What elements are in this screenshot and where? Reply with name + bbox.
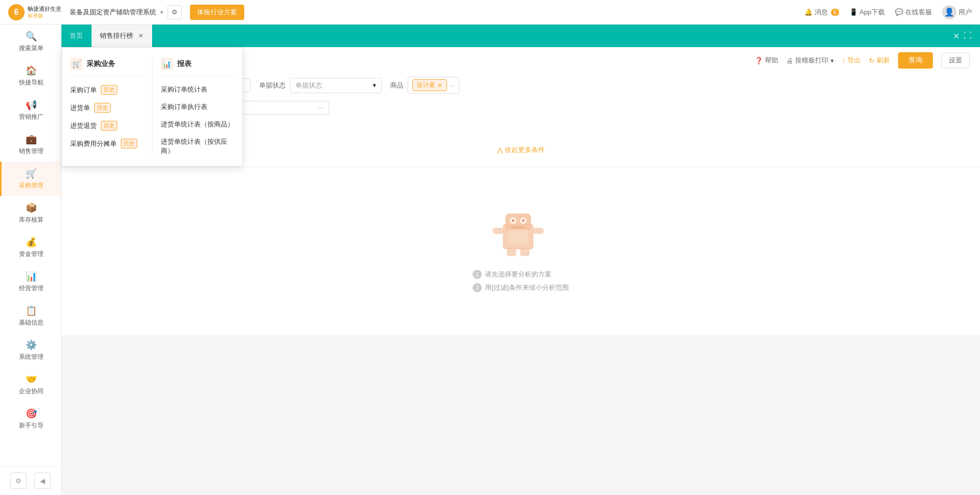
sidebar-item-inventory[interactable]: 📦 库存核算 [0, 196, 61, 230]
app-download-btn[interactable]: 📱 App下载 [849, 8, 885, 17]
sidebar: 🔍 搜索菜单 🏠 快捷导航 📢 营销推广 💼 销售管理 🛒 采购管理 📦 库存核… [0, 25, 61, 495]
system-title: 装备及固定资产辅助管理系统 [70, 8, 156, 17]
home-icon: 🏠 [26, 65, 37, 76]
sidebar-item-system[interactable]: ⚙️ 系统管理 [0, 333, 61, 368]
sidebar-item-basicinfo[interactable]: 📋 基础信息 [0, 299, 61, 333]
purchase-dropdown-menu: 🛒 采购业务 采购订单 历史 进货单 历史 进货退货 历史 采购费用分摊单 历史 [61, 47, 243, 166]
industry-btn[interactable]: 体验行业方案 [190, 5, 244, 20]
step1-circle: 1 [473, 270, 482, 279]
setting-btn[interactable]: 设置 [941, 53, 970, 68]
logo-icon: 6 [8, 4, 25, 20]
dropdown-arrow-icon[interactable]: ▾ [160, 9, 163, 16]
sidebar-item-quicknav[interactable]: 🏠 快捷导航 [0, 59, 61, 93]
history-badge-1: 历史 [94, 103, 111, 113]
purchase-inbound-item[interactable]: 进货单 历史 [70, 99, 144, 117]
close-window-icon[interactable]: ✕ [953, 31, 960, 41]
print-btn[interactable]: 🖨 按模板打印 ▾ [786, 56, 834, 65]
doc-status-label: 单据状态 [259, 81, 286, 90]
goods-tag: 设计素 ✕ [412, 79, 447, 91]
purchase-order-exec-report[interactable]: 采购订单执行表 [161, 98, 235, 116]
purchase-business-header: 🛒 采购业务 [70, 54, 144, 77]
purchase-icon: 🛒 [26, 168, 37, 179]
svg-rect-6 [512, 227, 525, 228]
sidebar-item-operations[interactable]: 📊 经营管理 [0, 265, 61, 299]
doc-status-group: 单据状态 单据状态 ▾ [259, 78, 382, 93]
help-btn[interactable]: ❓ 帮助 [755, 56, 778, 65]
online-service-btn[interactable]: 💬 在线客服 [895, 8, 932, 17]
empty-text: 1 请先选择要分析的方案 2 用[过滤]条件来缩小分析范围 [473, 268, 568, 294]
svg-point-5 [522, 219, 525, 222]
bell-icon: 🔔 [804, 8, 813, 16]
user-avatar: 👤 [942, 5, 956, 19]
tab-sales-rank[interactable]: 销售排行榜 ✕ [92, 25, 152, 47]
sidebar-collapse-btn[interactable]: ◀ [34, 472, 51, 489]
inbound-goods-report[interactable]: 进货单统计表（按商品） [161, 116, 235, 133]
tab-controls: ✕ ⛶ [953, 31, 980, 41]
finance-icon: 💰 [26, 236, 37, 248]
system-title-area: 装备及固定资产辅助管理系统 ▾ ⚙ 体验行业方案 [70, 5, 804, 20]
svg-rect-7 [493, 228, 504, 234]
select-arrow-icon: ▾ [373, 81, 376, 89]
sidebar-item-sales[interactable]: 💼 销售管理 [0, 127, 61, 162]
refresh-icon: ↻ [869, 57, 875, 64]
goods-filter-group: 商品 设计素 ✕ ··· [390, 77, 459, 94]
maximize-window-icon[interactable]: ⛶ [964, 31, 972, 40]
goods-input-area[interactable]: 设计素 ✕ ··· [408, 77, 459, 94]
reports-col: 📊 报表 采购订单统计表 采购订单执行表 进货单统计表（按商品） 进货单统计表（… [153, 54, 243, 160]
print-icon: 🖨 [786, 57, 793, 64]
svg-rect-11 [508, 230, 528, 244]
reports-col-icon: 📊 [161, 58, 173, 70]
svg-rect-1 [505, 213, 531, 231]
doc-status-select[interactable]: 单据状态 ▾ [290, 78, 382, 93]
history-badge-3: 历史 [121, 139, 137, 148]
svg-rect-10 [520, 248, 529, 256]
dropdown-cols: 🛒 采购业务 采购订单 历史 进货单 历史 进货退货 历史 采购费用分摊单 历史 [62, 54, 242, 160]
collapse-icon: ⋀ [497, 146, 503, 154]
tab-home[interactable]: 首页 [61, 25, 92, 47]
sidebar-settings-btn[interactable]: ⚙ [10, 472, 27, 489]
notification-badge: 6 [831, 9, 839, 16]
svg-rect-8 [532, 228, 544, 234]
tab-close-icon[interactable]: ✕ [138, 32, 143, 39]
history-badge-2: 历史 [101, 121, 117, 131]
salesperson-more: ··· [318, 104, 324, 112]
refresh-btn[interactable]: ↻ 刷新 [869, 56, 890, 65]
guide-icon: 🎯 [26, 408, 37, 419]
step2-circle: 2 [473, 283, 482, 292]
sidebar-item-purchase[interactable]: 🛒 采购管理 [0, 162, 61, 196]
purchase-expense-item[interactable]: 采购费用分摊单 历史 [70, 135, 144, 153]
tab-bar: 首页 销售排行榜 ✕ ✕ ⛶ [61, 25, 980, 47]
header-right: 🔔 消息 6 📱 App下载 💬 在线客服 👤 用户 [804, 5, 972, 19]
inbound-supplier-report[interactable]: 进货单统计表（按供应商） [161, 133, 235, 160]
history-badge-0: 历史 [101, 85, 117, 95]
print-dropdown-icon: ▾ [830, 57, 834, 64]
purchase-order-item[interactable]: 采购订单 历史 [70, 81, 144, 99]
notification-btn[interactable]: 🔔 消息 6 [804, 8, 839, 17]
settings-icon[interactable]: ⚙ [167, 5, 182, 19]
basicinfo-icon: 📋 [26, 305, 37, 316]
sidebar-item-search[interactable]: 🔍 搜索菜单 [0, 25, 61, 59]
goods-more-icon[interactable]: ··· [449, 81, 455, 89]
svg-rect-9 [507, 248, 516, 256]
sidebar-item-marketing[interactable]: 📢 营销推广 [0, 93, 61, 127]
goods-tag-close-icon[interactable]: ✕ [437, 82, 442, 89]
service-icon: 💬 [895, 8, 903, 16]
logo-area: 6 畅捷通好生意 标准版 [8, 4, 70, 20]
purchase-business-col: 🛒 采购业务 采购订单 历史 进货单 历史 进货退货 历史 采购费用分摊单 历史 [62, 54, 152, 160]
inventory-icon: 📦 [26, 202, 37, 213]
purchase-order-report[interactable]: 采购订单统计表 [161, 81, 235, 98]
system-icon: ⚙️ [26, 339, 37, 351]
purchase-return-item[interactable]: 进货退货 历史 [70, 117, 144, 135]
salesperson-input[interactable]: ··· [237, 101, 329, 115]
sidebar-item-cooperation[interactable]: 🤝 企业协同 [0, 368, 61, 402]
sales-icon: 💼 [26, 134, 37, 145]
export-btn[interactable]: ↑ 导出 [842, 56, 861, 65]
purchase-col-icon: 🛒 [70, 58, 82, 70]
help-icon: ❓ [755, 57, 763, 64]
svg-point-4 [512, 219, 515, 222]
user-btn[interactable]: 👤 用户 [942, 5, 972, 19]
sidebar-item-guide[interactable]: 🎯 新手引导 [0, 402, 61, 436]
query-btn[interactable]: 查询 [898, 52, 933, 69]
search-icon: 🔍 [26, 31, 37, 42]
sidebar-item-finance[interactable]: 💰 资金管理 [0, 230, 61, 265]
